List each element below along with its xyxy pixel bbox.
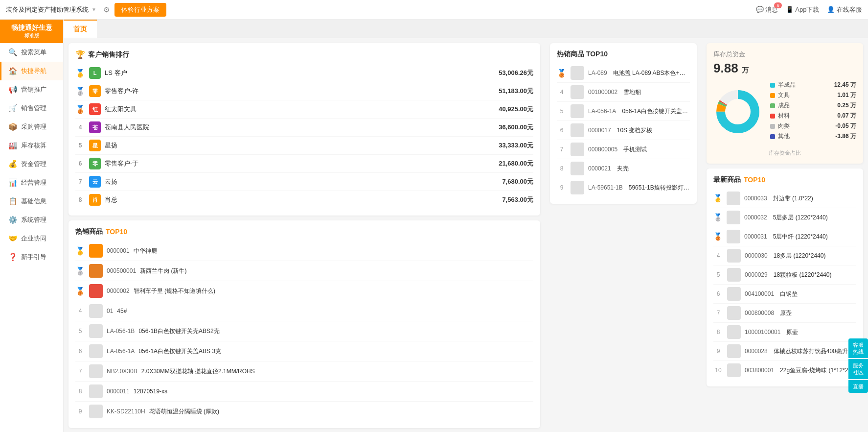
tab-home[interactable]: 首页 <box>64 20 97 38</box>
new-prod-name: 原壶 <box>780 309 856 317</box>
rank-number: 6 <box>75 160 85 167</box>
online-label: 在线客服 <box>837 6 862 13</box>
sidebar-item-guide[interactable]: ❓ 新手引导 <box>0 248 63 266</box>
sidebar-label-base: 基础信息 <box>21 197 46 206</box>
mid-prod-image <box>571 104 584 118</box>
sidebar-item-sales[interactable]: 🛒 销售管理 <box>0 99 63 118</box>
new-prod-item[interactable]: 🥇 0000033 封边带 (1.0*22) <box>713 189 856 208</box>
mid-prod-code: LA-59651-1B <box>588 184 623 191</box>
sidebar-item-operations[interactable]: 📊 经营管理 <box>0 173 63 192</box>
hot-title-text: 热销商品 <box>75 227 103 236</box>
hot-prod-item[interactable]: 8 0000011 12070519-xs <box>75 382 533 402</box>
hot-prod-item[interactable]: 🥈 000500001 新西兰牛肉 (新牛) <box>75 261 533 281</box>
legend-item: 成品 0.25 万 <box>770 101 856 110</box>
rank-name: 云扬 <box>105 177 498 186</box>
sidebar-item-collab[interactable]: 🤝 企业协同 <box>0 229 63 248</box>
rank-number: 7 <box>75 178 85 185</box>
new-title-text: 最新商品 <box>713 175 741 184</box>
mid-rank-item[interactable]: 9 LA-59651-1B 59651-1B旋转投影灯电池盒ABS黑色+58壳 <box>557 178 690 197</box>
mid-rank-item[interactable]: 8 0000021 夹壳 <box>557 159 690 178</box>
new-prod-item[interactable]: 6 004100001 白钢垫 <box>713 285 856 304</box>
sidebar-item-marketing[interactable]: 📢 营销推广 <box>0 80 63 99</box>
sidebar-item-inventory[interactable]: 🏭 库存核算 <box>0 136 63 155</box>
content-body: 🏆 客户销售排行 🥇 L LS 客户 53,006.26元 🥈 零 零售客户-许… <box>64 38 868 432</box>
sidebar-item-search[interactable]: 🔍 搜索菜单 <box>0 43 63 62</box>
system-selector[interactable]: 装备及固定资产辅助管理系统 ▼ <box>6 5 96 14</box>
sidebar-item-finance[interactable]: 💰 资金管理 <box>0 155 63 173</box>
new-prod-item[interactable]: 10 003800001 22g鱼豆腐-烧烤味 (1*12*20) <box>713 361 856 380</box>
new-prod-name: 原壶 <box>786 328 856 336</box>
new-prod-name: 18颗粒板 (1220*2440) <box>774 271 856 279</box>
new-products-panel: 最新商品 TOP10 🥇 0000033 封边带 (1.0*22) 🥈 0000… <box>707 168 863 386</box>
hot-prod-item[interactable]: 5 LA-056-1B 056-1B白色按键开关壳ABS2壳 <box>75 321 533 341</box>
new-prod-item[interactable]: 9 0000028 体械荔枝味苏打饮品400毫升 (1*15) <box>713 342 856 361</box>
float-btn-live[interactable]: 直播 <box>848 380 868 393</box>
mid-rank-item[interactable]: 7 000800005 手机测试 <box>557 140 690 159</box>
mid-prod-code: LA-089 <box>588 70 607 76</box>
sidebar-logo[interactable]: 畅捷通好生意 标准版 <box>0 20 63 43</box>
online-service-btn[interactable]: 👤 在线客服 <box>827 5 862 14</box>
rank-num: 6 <box>713 290 723 297</box>
hot-prod-item[interactable]: 6 LA-056-1A 056-1A白色按键开关盖ABS 3克 <box>75 341 533 361</box>
float-btn-service[interactable]: 客服热线 <box>848 338 868 359</box>
new-prod-item[interactable]: 8 10000100001 原壶 <box>713 323 856 342</box>
prod-code: LA-056-1B <box>107 328 135 335</box>
sidebar-item-purchase[interactable]: 📦 采购管理 <box>0 118 63 136</box>
sidebar-item-nav[interactable]: 🏠 快捷导航 <box>0 62 63 80</box>
new-prod-name: 22g鱼豆腐-烧烤味 (1*12*20) <box>780 366 856 375</box>
client-rank-item[interactable]: 7 云 云扬 7,680.00元 <box>75 173 533 191</box>
rank-num: 5 <box>557 108 567 115</box>
new-prod-name: 18多层 (1220*2440) <box>774 252 856 260</box>
mid-prod-name: 手机测试 <box>623 145 690 154</box>
hot-prod-item[interactable]: 4 01 45# <box>75 301 533 321</box>
client-rank-item[interactable]: 8 肖 肖总 7,563.00元 <box>75 191 533 209</box>
app-download-btn[interactable]: 📱 App下载 <box>786 5 819 14</box>
new-prod-image <box>727 306 741 320</box>
new-prod-item[interactable]: 5 0000029 18颗粒板 (1220*2440) <box>713 265 856 285</box>
hot-prod-item[interactable]: 🥇 0000001 中华神鹿 <box>75 241 533 261</box>
new-prod-name: 封边带 (1.0*22) <box>773 194 856 203</box>
topbar-right: 💬 6 消息 📱 App下载 👤 在线客服 <box>756 5 862 14</box>
client-rank-item[interactable]: 4 苍 苍南县人民医院 36,600.00元 <box>75 119 533 137</box>
hot-prod-item[interactable]: 🥉 0000002 智利车子里 (规格不知道填什么) <box>75 281 533 301</box>
float-btn-community[interactable]: 服务社区 <box>848 359 868 379</box>
rank-badge: 云 <box>89 176 101 188</box>
client-rank-item[interactable]: 🥇 L LS 客户 53,006.26元 <box>75 64 533 82</box>
sidebar: 畅捷通好生意 标准版 🔍 搜索菜单 🏠 快捷导航 📢 营销推广 🛒 销售管理 📦… <box>0 20 64 432</box>
sidebar-item-base[interactable]: 📋 基础信息 <box>0 192 63 211</box>
client-rank-item[interactable]: 5 星 星扬 33,333.00元 <box>75 137 533 155</box>
dropdown-arrow-icon: ▼ <box>91 7 96 12</box>
new-prod-item[interactable]: 7 000800008 原壶 <box>713 304 856 323</box>
client-rank-item[interactable]: 🥈 零 零售客户-许 51,183.00元 <box>75 82 533 100</box>
legend-name: 成品 <box>778 101 834 110</box>
sidebar-label-operations: 经营管理 <box>21 178 46 187</box>
rank-num: 7 <box>75 368 85 375</box>
mid-rank-item[interactable]: 6 0000017 10S 变档罗梭 <box>557 121 690 140</box>
new-prod-item[interactable]: 🥈 0000032 5层多层 (1220*2440) <box>713 208 856 227</box>
client-rank-item[interactable]: 6 零 零售客户-于 21,680.00元 <box>75 155 533 173</box>
hot-prod-item[interactable]: 9 KK-SD22110H 花语萌恒温分隔睡袋 (厚款) <box>75 402 533 421</box>
new-prod-item[interactable]: 4 0000030 18多层 (1220*2440) <box>713 246 856 265</box>
phone-icon: 📱 <box>786 6 794 13</box>
settings-icon[interactable]: ⚙ <box>103 5 110 14</box>
message-btn[interactable]: 💬 6 消息 <box>756 5 778 14</box>
sidebar-item-system[interactable]: ⚙️ 系统管理 <box>0 211 63 229</box>
prod-image <box>89 244 103 258</box>
trial-btn[interactable]: 体验行业方案 <box>114 3 166 17</box>
mid-rank-item[interactable]: 5 LA-056-1A 056-1A白色按键开关盖ABS 3克 <box>557 102 690 121</box>
rank-name: 红太阳文具 <box>105 105 495 114</box>
new-prod-name: 体械荔枝味苏打饮品400毫升 (1*15) <box>774 347 856 356</box>
client-rank-panel: 🏆 客户销售排行 🥇 L LS 客户 53,006.26元 🥈 零 零售客户-许… <box>69 43 540 216</box>
new-prod-code: 0000032 <box>744 214 767 221</box>
message-badge: 6 <box>774 2 782 8</box>
mid-rank-item[interactable]: 4 001000002 雪地貂 <box>557 83 690 102</box>
new-products-list: 🥇 0000033 封边带 (1.0*22) 🥈 0000032 5层多层 (1… <box>713 189 856 380</box>
mid-rank-item[interactable]: 🥉 LA-089 电池盖 LA-089 ABS本色+黑种 7.1克 <box>557 64 690 83</box>
new-prod-item[interactable]: 🥉 0000031 5层中纤 (1220*2440) <box>713 227 856 246</box>
mid-prod-image <box>571 123 584 137</box>
client-rank-item[interactable]: 🥉 红 红太阳文具 40,925.00元 <box>75 100 533 119</box>
new-prod-code: 004100001 <box>745 290 774 297</box>
mid-prod-code: 0000021 <box>588 165 611 172</box>
hot-prod-item[interactable]: 7 NB2.0X30B 2.0X30MM双搓花轴,搓花直径2.1MM/ROHS <box>75 361 533 382</box>
hot-products-title: 热销商品 TOP10 <box>75 227 533 236</box>
